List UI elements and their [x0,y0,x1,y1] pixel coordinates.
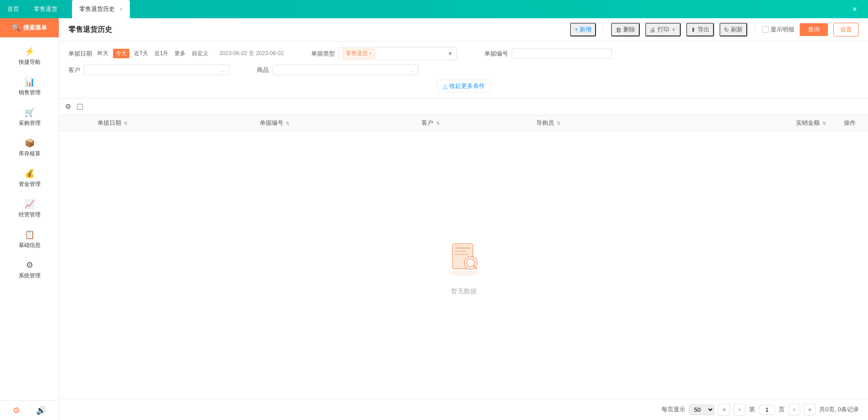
date-filter: 单据日期 昨天 今天 近7天 近1月 更多 自定义 [68,49,210,58]
sidebar-search[interactable]: 🔍 搜索菜单 [0,18,59,37]
th-salesperson[interactable]: 导购员 ⇅ [531,115,669,131]
operations-label: 经营管理 [19,211,41,219]
sidebar-item-finance[interactable]: 💰 资金管理 [0,163,59,194]
th-doc-date-sort: ⇅ [124,121,128,126]
print-button[interactable]: 🖨 打印 ▼ [645,23,681,36]
svg-point-0 [450,271,478,276]
delete-icon: 🗑 [616,26,621,33]
th-salesperson-label: 导购员 [536,119,554,126]
export-button[interactable]: ⬆ 导出 [686,23,714,36]
quick-nav-icon: ⚡ [25,46,35,56]
sidebar-item-system[interactable]: ⚙ 系统管理 [0,255,59,285]
th-doc-no[interactable]: 单据编号 ⇅ [254,115,416,131]
th-salesperson-sort: ⇅ [557,121,560,126]
doc-type-tag-close[interactable]: × [369,51,372,56]
new-label: + 新增 [575,26,591,34]
th-amount[interactable]: 实销金额 ⇅ [669,115,832,131]
tab-retail-return[interactable]: 零售退货 × [26,0,72,18]
delete-label: 删除 [623,26,635,34]
sidebar-item-quick-nav[interactable]: ⚡ 快捷导航 [0,41,59,72]
date-btn-custom[interactable]: 自定义 [190,49,210,58]
page-section-label: 第 [749,405,755,414]
date-btn-today[interactable]: 今天 [113,49,129,58]
empty-state: 暂无数据 [59,131,868,399]
refresh-button[interactable]: ↻ 刷新 [719,23,747,36]
total-text: 共0页, 0条记录 [819,405,859,414]
doc-type-select[interactable]: 零售退货 × ▼ [339,47,457,60]
tab-home[interactable]: 首页 [0,0,26,18]
th-customer[interactable]: 客户 ⇅ [416,115,531,131]
tab-retail-return-history-close[interactable]: × [119,6,122,12]
th-doc-no-label: 单据编号 [260,119,283,126]
sidebar-item-basic-info[interactable]: 📋 基础信息 [0,224,59,255]
empty-state-text: 暂无数据 [451,287,477,296]
pagination: 每页显示 50 10 20 100 « ‹ 第 页 › » 共0页, 0条记录 [59,399,868,420]
tab-retail-return-history[interactable]: 零售退货历史 × [72,0,129,18]
date-btn-1month[interactable]: 近1月 [153,49,170,58]
window-close-button[interactable]: × [848,5,861,14]
audio-bottom-icon[interactable]: 🔊 [36,405,46,415]
table-settings-icon[interactable]: ⚙ [64,101,72,112]
page-label: 页 [779,405,785,414]
date-btn-7days[interactable]: 近7天 [132,49,150,58]
table-toolbar: ⚙ [59,98,868,115]
quick-nav-label: 快捷导航 [19,58,41,66]
page-first-button[interactable]: « [718,404,730,415]
tab-retail-return-close[interactable]: × [62,6,65,12]
page-number-input[interactable] [759,405,775,415]
page-last-button[interactable]: » [804,404,816,415]
doc-no-input[interactable] [512,48,612,59]
th-doc-no-sort: ⇅ [286,121,289,126]
svg-rect-3 [455,251,466,252]
doc-type-tag: 零售退货 × [343,49,375,58]
operations-icon: 📈 [25,199,35,209]
customer-label: 客户 [68,66,80,74]
data-table: 单据日期 ⇅ 单据编号 ⇅ 客户 ⇅ 导购员 ⇅ [59,115,868,131]
delete-button[interactable]: 🗑 删除 [611,23,640,36]
system-icon: ⚙ [26,260,33,270]
th-amount-label: 实销金额 [796,119,820,126]
top-bar: 首页 零售退货 × 零售退货历史 × × [0,0,868,18]
select-all-checkbox[interactable] [77,104,83,110]
date-btn-more[interactable]: 更多 [173,49,187,58]
sidebar-item-operations[interactable]: 📈 经营管理 [0,194,59,224]
refresh-icon: ↻ [724,26,729,33]
customer-input[interactable]: ... [84,65,230,75]
date-btn-yesterday[interactable]: 昨天 [96,49,110,58]
finance-label: 资金管理 [19,180,41,188]
show-detail-label[interactable]: 显示明细 [762,26,794,34]
th-checkbox [76,115,92,131]
sidebar-item-purchase[interactable]: 🛒 采购管理 [0,102,59,133]
print-icon: 🖨 [650,26,656,33]
per-page-select[interactable]: 50 10 20 100 [689,405,714,415]
sidebar-bottom: ⚙ 🔊 [0,400,59,420]
finance-icon: 💰 [25,169,35,179]
filter-row-1: 单据日期 昨天 今天 近7天 近1月 更多 自定义 2023-06-02 至 2… [68,47,859,60]
empty-state-icon [441,235,487,280]
tab-list: 首页 零售退货 × 零售退货历史 × [0,0,848,18]
sidebar-item-inventory[interactable]: 📦 库存核算 [0,133,59,163]
date-shortcuts: 昨天 今天 近7天 近1月 更多 自定义 [96,49,210,58]
show-detail-checkbox[interactable] [762,26,769,33]
collapse-button[interactable]: △ 收起更多条件 [437,80,491,92]
th-doc-date[interactable]: 单据日期 ⇅ [92,115,254,131]
date-label: 单据日期 [68,50,92,58]
doc-type-tag-text: 零售退货 [346,50,368,57]
th-customer-label: 客户 [421,119,433,126]
new-button[interactable]: + 新增 [570,23,596,36]
query-button[interactable]: 查询 [800,23,828,36]
print-arrow-icon: ▼ [671,27,676,32]
page-header: 零售退货历史 + 新增 🗑 删除 🖨 打印 ▼ ⬆ 导出 [59,18,868,41]
sidebar: 🔍 搜索菜单 ⚡ 快捷导航 📊 销售管理 🛒 采购管理 📦 库存核算 💰 [0,18,59,420]
page-next-button[interactable]: › [788,404,800,415]
customer-input-dots: ... [221,67,226,73]
filter-area: 单据日期 昨天 今天 近7天 近1月 更多 自定义 2023-06-02 至 2… [59,41,868,98]
settings-button[interactable]: 设置 [833,23,859,36]
page-prev-button[interactable]: ‹ [734,404,745,415]
top-bar-right: × [848,0,868,18]
export-icon: ⬆ [691,26,696,33]
content-area: 零售退货历史 + 新增 🗑 删除 🖨 打印 ▼ ⬆ 导出 [59,18,868,420]
sidebar-item-sales[interactable]: 📊 销售管理 [0,72,59,102]
settings-bottom-icon[interactable]: ⚙ [13,405,20,415]
goods-input[interactable]: ... [272,65,418,75]
